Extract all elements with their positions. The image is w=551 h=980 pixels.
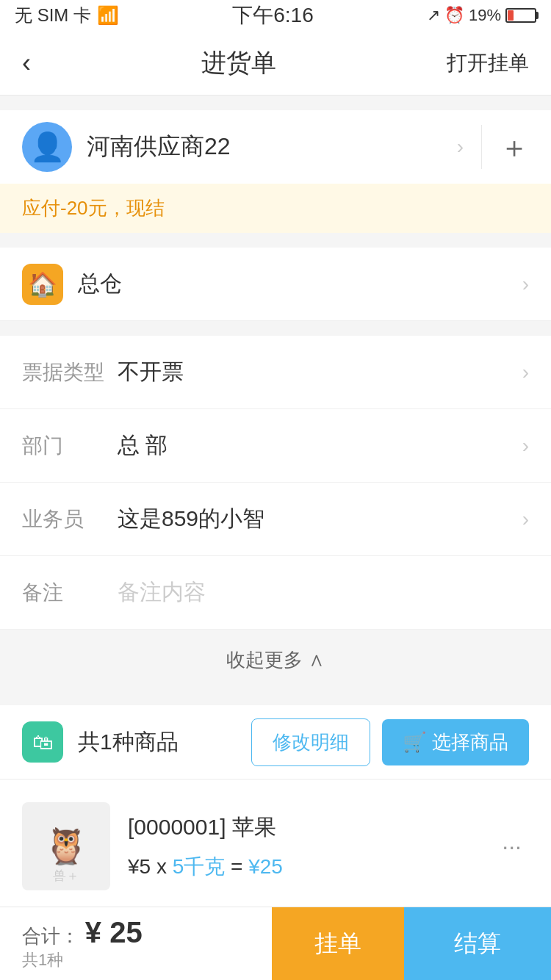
page-title: 进货单 (201, 46, 276, 80)
bottom-bar: 合计： ¥ 25 共1种 挂单 结算 (0, 907, 551, 980)
remark-placeholder: 备注内容 (118, 577, 529, 608)
department-label: 部门 (22, 432, 118, 460)
department-value: 总 部 (118, 430, 515, 461)
salesman-chevron-icon: › (522, 508, 529, 531)
open-hold-button[interactable]: 打开挂单 (447, 49, 529, 77)
price-unit: ¥5 (128, 855, 151, 878)
products-count: 共1种商品 (78, 727, 251, 757)
product-name: [0000001] 苹果 (128, 813, 494, 843)
carrier-text: 无 SIM 卡 (15, 4, 91, 27)
warehouse-row[interactable]: 🏠 总仓 › (0, 248, 551, 321)
edit-detail-button[interactable]: 修改明细 (251, 718, 370, 766)
remark-row[interactable]: 备注 备注内容 (0, 556, 551, 630)
hold-button[interactable]: 挂单 (272, 907, 404, 981)
ticket-type-row[interactable]: 票据类型 不开票 › (0, 336, 551, 409)
products-icon: 🛍 (22, 721, 63, 763)
remark-label: 备注 (22, 579, 118, 607)
total-section: 合计： ¥ 25 共1种 (0, 916, 272, 971)
owl-brand-text: 兽＋ (53, 867, 79, 884)
select-product-button[interactable]: 🛒 选择商品 (382, 719, 529, 765)
status-right: ↗ ⏰ 19% (427, 6, 536, 25)
select-product-icon: 🛒 (403, 731, 426, 754)
supplier-avatar: 👤 (22, 122, 72, 172)
ticket-type-label: 票据类型 (22, 359, 118, 386)
location-icon: ↗ (427, 6, 440, 25)
supplier-section[interactable]: 👤 河南供应商22 › ＋ (0, 110, 551, 184)
checkout-button[interactable]: 结算 (404, 907, 551, 981)
add-supplier-button[interactable]: ＋ (500, 127, 529, 167)
alarm-icon: ⏰ (444, 6, 464, 25)
department-chevron-icon: › (522, 434, 529, 458)
price-total: ¥25 (248, 855, 283, 878)
section-gap-2 (0, 233, 551, 248)
section-gap-3 (0, 321, 551, 336)
status-bar: 无 SIM 卡 📶 下午6:16 ↗ ⏰ 19% (0, 0, 551, 31)
product-info: [0000001] 苹果 ¥5 x 5千克 = ¥25 (128, 813, 494, 881)
warehouse-chevron-icon: › (522, 273, 529, 296)
supplier-chevron-icon: › (457, 135, 464, 159)
product-price: ¥5 x 5千克 = ¥25 (128, 853, 494, 881)
product-thumbnail: 🦉 兽＋ (22, 802, 110, 890)
products-header: 🛍 共1种商品 修改明细 🛒 选择商品 (0, 705, 551, 779)
supplier-name: 河南供应商22 (87, 131, 450, 163)
supplier-divider (481, 125, 482, 169)
status-time: 下午6:16 (232, 1, 314, 29)
product-item: 🦉 兽＋ [0000001] 苹果 ¥5 x 5千克 = ¥25 ··· (0, 780, 551, 912)
collapse-row[interactable]: 收起更多 ∧ (0, 630, 551, 691)
back-button[interactable]: ‹ (22, 48, 31, 79)
salesman-label: 业务员 (22, 505, 118, 533)
battery-percent: 19% (469, 6, 501, 25)
nav-bar: ‹ 进货单 打开挂单 (0, 31, 551, 96)
total-sub: 共1种 (22, 949, 250, 971)
department-row[interactable]: 部门 总 部 › (0, 409, 551, 483)
total-label: 合计： (22, 925, 79, 947)
notice-bar: 应付-20元，现结 (0, 184, 551, 233)
owl-icon: 🦉 (44, 826, 88, 867)
total-amount: ¥ 25 (85, 916, 143, 948)
ticket-type-value: 不开票 (118, 357, 515, 387)
warehouse-name: 总仓 (78, 269, 515, 299)
status-left: 无 SIM 卡 📶 (15, 4, 119, 27)
warehouse-icon: 🏠 (22, 264, 63, 305)
section-gap-1 (0, 96, 551, 110)
wifi-icon: 📶 (97, 5, 119, 26)
section-gap-4 (0, 691, 551, 705)
ticket-type-chevron-icon: › (522, 361, 529, 384)
salesman-row[interactable]: 业务员 这是859的小智 › (0, 483, 551, 556)
select-product-label: 选择商品 (432, 729, 508, 755)
price-qty: 5千克 (173, 855, 226, 878)
product-more-button[interactable]: ··· (494, 826, 529, 868)
battery-icon (505, 8, 536, 23)
salesman-value: 这是859的小智 (118, 504, 515, 534)
